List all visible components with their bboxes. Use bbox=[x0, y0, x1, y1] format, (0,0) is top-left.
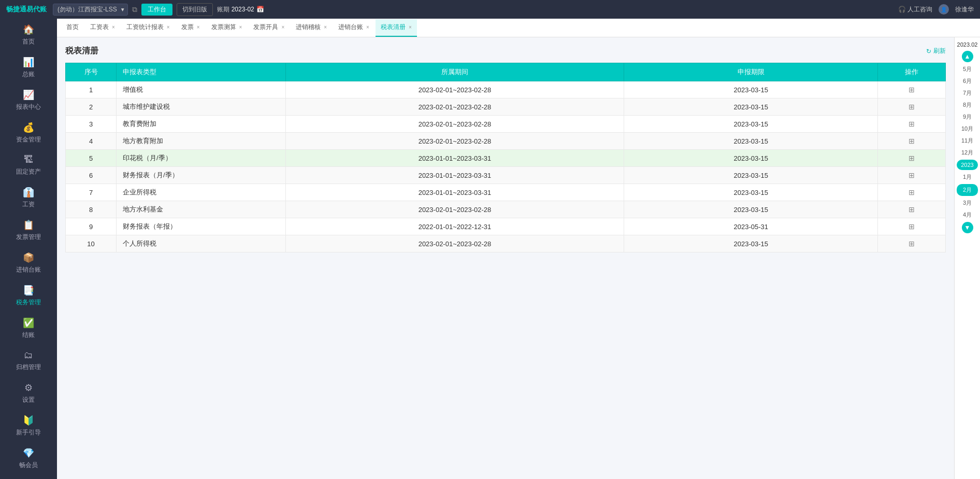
cell-period: 2023-02-01~2023-02-28 bbox=[285, 201, 624, 218]
tab-label: 发票测算 bbox=[211, 23, 236, 32]
user-name[interactable]: 徐逢华 bbox=[955, 5, 974, 14]
sidebar-item-label: 进销台账 bbox=[16, 265, 41, 274]
sidebar-item-ledger[interactable]: 📊 总账 bbox=[0, 51, 57, 84]
rp-month-11[interactable]: 11月 bbox=[955, 135, 980, 147]
ai-consult-link[interactable]: 🎧 人工咨询 bbox=[898, 5, 932, 14]
view-action-icon[interactable]: ⊞ bbox=[909, 120, 915, 128]
calendar-icon[interactable]: 📅 bbox=[256, 6, 264, 13]
sidebar-item-settings[interactable]: ⚙ 设置 bbox=[0, 377, 57, 410]
cell-seq: 4 bbox=[66, 133, 117, 150]
sidebar-item-fund[interactable]: 💰 资金管理 bbox=[0, 117, 57, 149]
cell-type: 增值税 bbox=[117, 81, 286, 98]
rp-month-1[interactable]: 1月 bbox=[955, 171, 980, 183]
sidebar-item-label: 报表中心 bbox=[16, 103, 41, 111]
tab-close-icon[interactable]: × bbox=[197, 24, 200, 30]
tab-label: 进销台账 bbox=[338, 23, 363, 32]
cell-action: ⊞ bbox=[878, 218, 946, 235]
sidebar-item-guide[interactable]: 🔰 新手引导 bbox=[0, 410, 57, 442]
tab-salary[interactable]: 工资表 × bbox=[85, 19, 120, 37]
tab-close-icon[interactable]: × bbox=[167, 24, 170, 30]
cell-period: 2023-02-01~2023-02-28 bbox=[285, 81, 624, 98]
view-action-icon[interactable]: ⊞ bbox=[909, 137, 915, 145]
cell-deadline: 2023-03-15 bbox=[624, 167, 878, 184]
main-layout: 🏠 首页 📊 总账 📈 报表中心 💰 资金管理 🏗 固定资产 👔 工资 📋 发票… bbox=[0, 19, 980, 479]
rp-month-8[interactable]: 8月 bbox=[955, 99, 980, 111]
view-action-icon[interactable]: ⊞ bbox=[909, 154, 915, 162]
switch-version-button[interactable]: 切到旧版 bbox=[177, 3, 213, 16]
sidebar-item-invoice[interactable]: 📋 发票管理 bbox=[0, 214, 57, 247]
tab-label: 首页 bbox=[66, 23, 79, 32]
sidebar-item-home[interactable]: 🏠 首页 bbox=[0, 19, 57, 51]
unpin-button[interactable]: ◀ 取消固定 bbox=[0, 475, 57, 479]
sidebar-item-tax[interactable]: 📑 税务管理 bbox=[0, 279, 57, 312]
cell-action: ⊞ bbox=[878, 235, 946, 252]
cell-deadline: 2023-03-15 bbox=[624, 201, 878, 218]
tab-invoice[interactable]: 发票 × bbox=[176, 19, 205, 37]
view-action-icon[interactable]: ⊞ bbox=[909, 240, 915, 248]
tab-close-icon[interactable]: × bbox=[324, 24, 327, 30]
view-action-icon[interactable]: ⊞ bbox=[909, 222, 915, 231]
sidebar: 🏠 首页 📊 总账 📈 报表中心 💰 资金管理 🏗 固定资产 👔 工资 📋 发票… bbox=[0, 19, 57, 479]
rp-month-10[interactable]: 10月 bbox=[955, 123, 980, 135]
tab-close-icon[interactable]: × bbox=[239, 24, 242, 30]
tab-purchase-check[interactable]: 进销稽核 × bbox=[291, 19, 332, 37]
tab-close-icon[interactable]: × bbox=[112, 24, 115, 30]
rp-month-5[interactable]: 5月 bbox=[955, 63, 980, 75]
sidebar-item-label: 设置 bbox=[22, 396, 35, 404]
tab-tax-register[interactable]: 税表清册 × bbox=[376, 19, 417, 37]
view-action-icon[interactable]: ⊞ bbox=[909, 205, 915, 214]
tab-purchase-ledger[interactable]: 进销台账 × bbox=[333, 19, 374, 37]
cell-type: 企业所得税 bbox=[117, 184, 286, 201]
view-action-icon[interactable]: ⊞ bbox=[909, 171, 915, 179]
sidebar-item-checkout[interactable]: ✅ 结账 bbox=[0, 312, 57, 345]
headset-icon: 🎧 bbox=[898, 6, 906, 13]
sidebar-item-label: 畅会员 bbox=[19, 461, 38, 470]
company-dropdown-icon: ▼ bbox=[120, 7, 125, 12]
tab-close-icon[interactable]: × bbox=[366, 24, 369, 30]
rp-scroll-down-button[interactable]: ▼ bbox=[962, 222, 973, 233]
workspace-button[interactable]: 工作台 bbox=[141, 4, 172, 16]
cell-deadline: 2023-05-31 bbox=[624, 218, 878, 235]
sidebar-item-report[interactable]: 📈 报表中心 bbox=[0, 84, 57, 117]
table-row: 5 印花税（月/季） 2023-01-01~2023-03-31 2023-03… bbox=[66, 150, 946, 167]
tab-salary-report[interactable]: 工资统计报表 × bbox=[121, 19, 175, 37]
rp-month-2[interactable]: 2月 bbox=[957, 184, 978, 196]
sidebar-item-archive[interactable]: 🗂 归档管理 bbox=[0, 345, 57, 377]
tab-invoice-open[interactable]: 发票开具 × bbox=[248, 19, 290, 37]
sidebar-item-label: 税务管理 bbox=[16, 298, 41, 307]
copy-icon[interactable]: ⧉ bbox=[132, 5, 137, 14]
sidebar-item-salary[interactable]: 👔 工资 bbox=[0, 181, 57, 214]
view-action-icon[interactable]: ⊞ bbox=[909, 86, 915, 94]
rp-month-4[interactable]: 4月 bbox=[955, 209, 980, 221]
tab-home[interactable]: 首页 bbox=[61, 19, 84, 37]
refresh-button[interactable]: ↻ 刷新 bbox=[926, 47, 946, 55]
page-wrapper: 税表清册 ↻ 刷新 序号 申报表类型 所属期间 申报期限 操作 bbox=[57, 37, 980, 479]
cell-action: ⊞ bbox=[878, 167, 946, 184]
rp-scroll-up-button[interactable]: ▲ bbox=[962, 51, 973, 62]
rp-month-12[interactable]: 12月 bbox=[955, 147, 980, 159]
view-action-icon[interactable]: ⊞ bbox=[909, 188, 915, 196]
salary-icon: 👔 bbox=[23, 187, 34, 198]
sidebar-item-fixed[interactable]: 🏗 固定资产 bbox=[0, 149, 57, 181]
rp-month-7[interactable]: 7月 bbox=[955, 87, 980, 99]
table-row: 9 财务报表（年报） 2022-01-01~2022-12-31 2023-05… bbox=[66, 218, 946, 235]
tab-close-icon[interactable]: × bbox=[409, 24, 412, 30]
rp-month-3[interactable]: 3月 bbox=[955, 197, 980, 209]
sidebar-item-purchase[interactable]: 📦 进销台账 bbox=[0, 247, 57, 279]
rp-year-2023[interactable]: 2023 bbox=[957, 160, 978, 170]
cell-seq: 3 bbox=[66, 116, 117, 133]
tab-invoice-calc[interactable]: 发票测算 × bbox=[206, 19, 248, 37]
cell-action: ⊞ bbox=[878, 150, 946, 167]
company-name[interactable]: (勿动）江西报宝-LSS ▼ bbox=[53, 4, 128, 16]
tab-close-icon[interactable]: × bbox=[281, 24, 284, 30]
cell-type: 教育费附加 bbox=[117, 116, 286, 133]
rp-month-6[interactable]: 6月 bbox=[955, 75, 980, 87]
cell-period: 2023-02-01~2023-02-28 bbox=[285, 133, 624, 150]
sidebar-item-vip[interactable]: 💎 畅会员 bbox=[0, 442, 57, 475]
cell-type: 印花税（月/季） bbox=[117, 150, 286, 167]
view-action-icon[interactable]: ⊞ bbox=[909, 103, 915, 111]
sidebar-item-label: 资金管理 bbox=[16, 135, 41, 144]
rp-month-9[interactable]: 9月 bbox=[955, 111, 980, 123]
table-row: 10 个人所得税 2023-02-01~2023-02-28 2023-03-1… bbox=[66, 235, 946, 252]
cell-type: 个人所得税 bbox=[117, 235, 286, 252]
